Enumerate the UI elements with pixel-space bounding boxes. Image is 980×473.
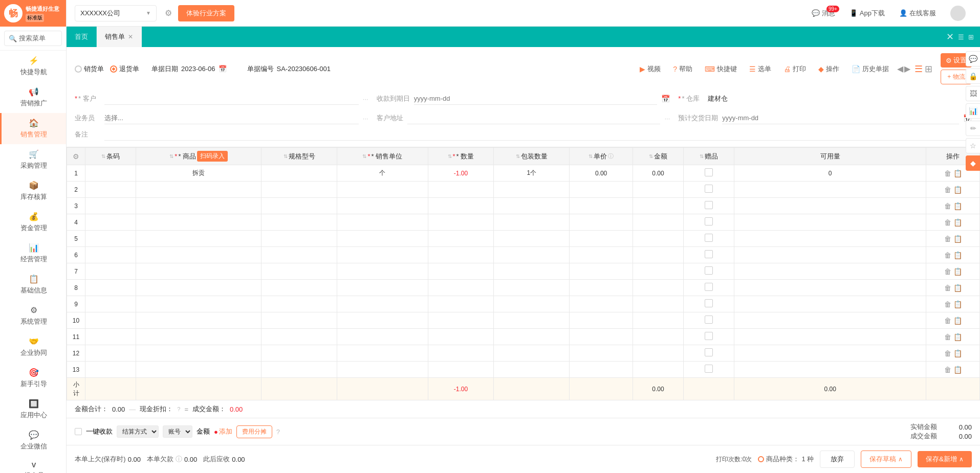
row-gift[interactable] (684, 231, 734, 247)
sidebar-item-purchase[interactable]: 🛒 采购管理 (0, 144, 66, 175)
sidebar-search[interactable]: 🔍 搜索菜单 (0, 27, 66, 51)
gift-checkbox[interactable] (705, 316, 713, 324)
row-amount[interactable] (633, 345, 683, 362)
row-gift[interactable] (684, 247, 734, 263)
row-unit-price[interactable] (570, 345, 633, 362)
row-delete-button[interactable]: 🗑 (943, 250, 952, 260)
row-product[interactable] (136, 214, 262, 231)
gift-checkbox[interactable] (705, 348, 713, 356)
customer-address-more-icon[interactable]: ··· (664, 115, 670, 122)
row-qty[interactable] (428, 280, 494, 296)
right-panel-star[interactable]: ☆ (966, 138, 980, 153)
pkg-sort-icon[interactable]: ⇅ (516, 153, 520, 159)
row-unit[interactable] (337, 231, 428, 247)
row-spec[interactable] (262, 329, 337, 345)
row-barcode[interactable] (85, 345, 136, 362)
date-picker-icon[interactable]: 📅 (219, 65, 227, 73)
sidebar-item-system[interactable]: ⚙ 系统管理 (0, 300, 66, 331)
qty-sort-icon[interactable]: ⇅ (448, 153, 452, 159)
row-unit[interactable]: 个 (337, 165, 428, 182)
row-delete-button[interactable]: 🗑 (943, 332, 952, 342)
sidebar-item-guide[interactable]: 🎯 新手引导 (0, 363, 66, 394)
row-product[interactable] (136, 345, 262, 362)
row-amount[interactable] (633, 182, 683, 198)
row-spec[interactable] (262, 296, 337, 312)
row-copy-button[interactable]: 📋 (952, 201, 963, 211)
row-copy-button[interactable]: 📋 (952, 168, 963, 178)
row-pkg-qty[interactable] (494, 182, 570, 198)
row-product[interactable] (136, 329, 262, 345)
customer-more-icon[interactable]: ··· (363, 95, 368, 103)
tab-close-icon[interactable]: ✕ (128, 33, 133, 40)
radio-return-order[interactable]: 退货单 (110, 64, 139, 74)
spec-sort-icon[interactable]: ⇅ (284, 153, 288, 159)
sidebar-item-quick-nav[interactable]: ⚡ 快捷导航 (0, 51, 66, 82)
right-panel-edit[interactable]: ✏ (966, 121, 980, 136)
row-pkg-qty[interactable] (494, 296, 570, 312)
col-settings[interactable]: ⚙ (67, 148, 85, 165)
message-button[interactable]: 💬 消息 99+ (812, 9, 835, 18)
operation-btn[interactable]: ◆ 操作 (814, 62, 843, 76)
tab-sales-order[interactable]: 销售单 ✕ (97, 27, 142, 47)
price-info-icon[interactable]: ⓘ (608, 152, 614, 160)
row-delete-button[interactable]: 🗑 (943, 316, 952, 326)
row-amount[interactable] (633, 296, 683, 312)
row-amount[interactable] (633, 198, 683, 214)
online-service-button[interactable]: 👤 在线客服 (899, 9, 936, 18)
history-btn[interactable]: 📄 历史单据 (847, 62, 893, 76)
owed-info-icon[interactable]: ⓘ (176, 455, 182, 464)
row-gift[interactable] (684, 362, 734, 378)
row-unit-price[interactable]: 0.00 (570, 165, 633, 182)
row-copy-button[interactable]: 📋 (952, 365, 963, 375)
gift-checkbox[interactable] (705, 299, 713, 307)
right-panel-table[interactable]: 📊 (966, 103, 980, 119)
row-qty[interactable]: -1.00 (428, 165, 494, 182)
row-product[interactable] (136, 312, 262, 329)
sidebar-item-finance[interactable]: 💰 资金管理 (0, 207, 66, 238)
row-amount[interactable] (633, 329, 683, 345)
row-pkg-qty[interactable] (494, 362, 570, 378)
right-panel-orange[interactable]: ◆ (966, 155, 980, 171)
row-delete-button[interactable]: 🗑 (943, 266, 952, 277)
row-unit[interactable] (337, 247, 428, 263)
row-qty[interactable] (428, 247, 494, 263)
row-gift[interactable] (684, 165, 734, 182)
sidebar-item-member[interactable]: V 畅会员 (0, 456, 66, 473)
row-barcode[interactable] (85, 280, 136, 296)
row-product[interactable] (136, 296, 262, 312)
row-qty[interactable] (428, 312, 494, 329)
row-pkg-qty[interactable] (494, 247, 570, 263)
row-barcode[interactable] (85, 214, 136, 231)
grid-view-icon[interactable]: ⊞ (925, 63, 932, 75)
trial-button[interactable]: 体验行业方案 (178, 5, 234, 21)
row-unit-price[interactable] (570, 182, 633, 198)
row-barcode[interactable] (85, 247, 136, 263)
row-unit-price[interactable] (570, 312, 633, 329)
row-delete-button[interactable]: 🗑 (943, 168, 952, 178)
row-amount[interactable] (633, 312, 683, 329)
row-qty[interactable] (428, 362, 494, 378)
row-unit[interactable] (337, 345, 428, 362)
row-barcode[interactable] (85, 362, 136, 378)
row-spec[interactable] (262, 362, 337, 378)
row-pkg-qty[interactable]: 1个 (494, 165, 570, 182)
row-unit-price[interactable] (570, 329, 633, 345)
amount-sort-icon[interactable]: ⇅ (649, 153, 653, 159)
row-amount[interactable] (633, 231, 683, 247)
payment-help-icon[interactable]: ? (276, 428, 280, 436)
row-gift[interactable] (684, 296, 734, 312)
row-copy-button[interactable]: 📋 (952, 332, 963, 342)
row-qty[interactable] (428, 198, 494, 214)
row-unit[interactable] (337, 182, 428, 198)
row-product[interactable] (136, 362, 262, 378)
row-unit[interactable] (337, 296, 428, 312)
row-pkg-qty[interactable] (494, 263, 570, 280)
row-spec[interactable] (262, 198, 337, 214)
one-click-checkbox[interactable] (75, 428, 82, 435)
row-delete-button[interactable]: 🗑 (943, 217, 952, 228)
row-qty[interactable] (428, 345, 494, 362)
row-copy-button[interactable]: 📋 (952, 217, 963, 228)
sidebar-item-basic-info[interactable]: 📋 基础信息 (0, 269, 66, 300)
gift-checkbox[interactable] (705, 217, 713, 226)
sidebar-item-sales[interactable]: 🏠 销售管理 (0, 113, 66, 144)
